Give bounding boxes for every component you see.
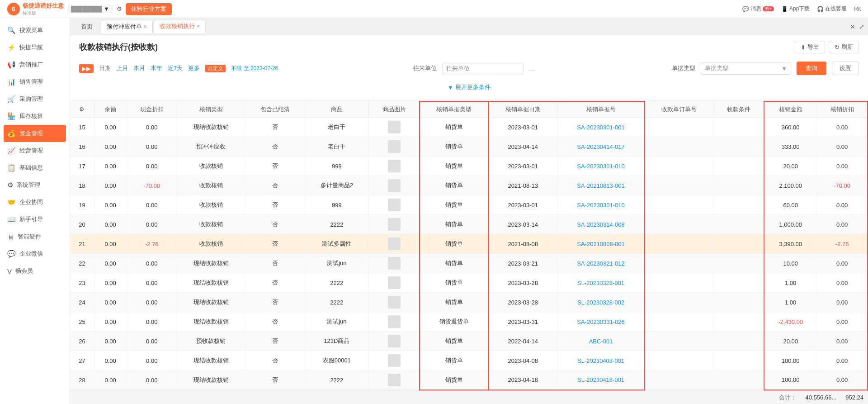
hexiao-no-link[interactable]: SA-20230414-017 — [577, 143, 625, 150]
cell-shoukuan-tiaojian — [713, 371, 764, 390]
company-selector[interactable]: ████████ ▼ — [67, 5, 113, 13]
cell-baohanjiejie: 否 — [245, 176, 304, 195]
total-discount-value: 952.24 — [845, 394, 863, 401]
this-month-link[interactable]: 本月 — [133, 64, 145, 72]
hexiao-no-link[interactable]: SA-20230301-010 — [577, 202, 625, 209]
sidebar-item-label: 企业协同 — [19, 198, 43, 206]
hexiao-no-link[interactable]: SA-20210808-001 — [577, 241, 625, 247]
query-btn[interactable]: 查询 — [797, 62, 826, 75]
last-month-link[interactable]: 上月 — [116, 64, 128, 72]
tab-home[interactable]: 首页 — [74, 19, 100, 34]
cell-hexiao-discount: 0.00 — [817, 195, 868, 215]
cell-baohanjiejie: 否 — [245, 137, 304, 157]
hexiao-no-link[interactable]: SL-20230328-002 — [577, 299, 624, 306]
cell-hexiao-type: 现结收款核销 — [177, 118, 245, 137]
hexiao-no-link[interactable]: SA-20230321-012 — [577, 260, 625, 267]
sidebar-item-guide[interactable]: 📖 新手引导 — [0, 211, 70, 228]
sidebar-item-search[interactable]: 🔍 搜索菜单 — [0, 22, 70, 39]
sidebar-item-sales[interactable]: 📊 销售管理 — [0, 73, 70, 90]
cell-hexiao-date: 2023-03-14 — [489, 215, 557, 234]
cell-hexiao-no[interactable]: SL-20230418-001 — [557, 371, 645, 390]
close-window-icon[interactable]: ✕ — [850, 23, 855, 30]
cell-hexiao-no[interactable]: SL-20230408-001 — [557, 351, 645, 371]
tab-hexiao-close[interactable]: × — [197, 23, 200, 29]
sidebar-item-operation[interactable]: 📈 经营管理 — [0, 142, 70, 159]
cell-yue: 0.00 — [94, 234, 127, 254]
bill-type-select[interactable]: 单据类型 ▼ — [701, 62, 791, 75]
tab-hexiao[interactable]: 收款核销执行 × — [154, 20, 206, 33]
cell-hexiao-no[interactable]: SA-20230301-010 — [557, 195, 645, 215]
cell-shangpin-img — [369, 312, 420, 332]
hexiao-no-link[interactable]: SL-20230418-001 — [577, 376, 624, 383]
expand-btn[interactable]: ▼ 展开更多条件 — [448, 83, 491, 91]
sidebar-item-nav[interactable]: ⚡ 快捷导航 — [0, 39, 70, 56]
cell-hexiao-no[interactable]: SA-20210813-001 — [557, 176, 645, 195]
sidebar-item-basic-info[interactable]: 📋 基础信息 — [0, 159, 70, 176]
hexiao-no-link[interactable]: SL-20230408-001 — [577, 357, 624, 364]
hexiao-no-link[interactable]: SA-20230301-001 — [577, 124, 625, 131]
cell-hexiao-no[interactable]: SL-20230328-002 — [557, 293, 645, 312]
cell-shoukuan-order — [645, 371, 713, 390]
sidebar-item-purchase[interactable]: 🛒 采购管理 — [0, 90, 70, 108]
cell-hexiao-no[interactable]: SA-20230301-010 — [557, 157, 645, 176]
message-btn[interactable]: 💬 消息 99+ — [742, 5, 774, 13]
cell-hexiao-no[interactable]: SA-20210808-001 — [557, 234, 645, 254]
col-shangpin-img: 商品图片 — [369, 101, 420, 118]
user-menu[interactable]: Rit — [854, 6, 861, 12]
cell-hexiao-amount: 100.00 — [764, 371, 817, 390]
filter-settings-btn[interactable]: 设置 — [832, 62, 859, 75]
filter-toggle-btn[interactable]: ▶▶ — [79, 64, 94, 73]
sidebar-item-finance[interactable]: 💰 资金管理 — [4, 125, 66, 142]
hexiao-no-link[interactable]: SL-20230328-001 — [577, 280, 624, 286]
tab-prepay[interactable]: 预付冲应付单 × — [101, 20, 153, 33]
from-unit-input[interactable] — [442, 63, 524, 74]
cell-shoukuan-tiaojian — [713, 293, 764, 312]
cell-hexiao-date: 2023-03-01 — [489, 118, 557, 137]
cell-hexiao-no[interactable]: SL-20230328-001 — [557, 273, 645, 293]
sidebar-item-member[interactable]: V 畅会员 — [0, 262, 70, 280]
cell-hexiao-no[interactable]: SA-20230301-001 — [557, 118, 645, 137]
page-actions: ⬆ 导出 ↻ 刷新 — [795, 41, 859, 53]
col-yue: 余额 — [94, 101, 127, 118]
sidebar-item-inventory[interactable]: 🏪 库存核算 — [0, 108, 70, 125]
refresh-btn[interactable]: ↻ 刷新 — [829, 41, 859, 53]
this-year-link[interactable]: 本年 — [151, 64, 162, 72]
cell-hexiao-bill-type: 销货单 — [420, 254, 489, 273]
cell-hexiao-no[interactable]: SA-20230414-017 — [557, 137, 645, 157]
sales-icon: 📊 — [7, 78, 16, 86]
sidebar-item-marketing[interactable]: 📢 营销推广 — [0, 56, 70, 73]
sidebar-item-system[interactable]: ⚙ 系统管理 — [0, 176, 70, 194]
custom-tag[interactable]: 自定义 — [205, 65, 226, 72]
more-link[interactable]: 更多 — [188, 64, 200, 72]
settings-icon[interactable]: ⚙ — [117, 5, 122, 12]
gear-icon[interactable]: ⚙ — [79, 106, 85, 113]
maximize-window-icon[interactable]: ⤢ — [859, 23, 864, 30]
tab-prepay-close[interactable]: × — [144, 24, 147, 30]
sidebar-item-label: 资金管理 — [19, 129, 43, 138]
sidebar-item-collab[interactable]: 🤝 企业协同 — [0, 194, 70, 211]
cell-hexiao-no[interactable]: SA-20230321-012 — [557, 254, 645, 273]
hexiao-no-link[interactable]: SA-20230331-026 — [577, 318, 625, 325]
hexiao-no-link[interactable]: ABC-001 — [589, 338, 613, 345]
hexiao-no-link[interactable]: SA-20230314-008 — [577, 221, 625, 228]
hexiao-no-link[interactable]: SA-20230301-010 — [577, 163, 625, 170]
cell-hexiao-type: 现结收款核销 — [177, 371, 245, 390]
industry-btn[interactable]: 休验行业方案 — [126, 3, 172, 15]
cell-hexiao-type: 收款核销 — [177, 176, 245, 195]
cell-hexiao-discount: -2.76 — [817, 234, 868, 254]
export-btn[interactable]: ⬆ 导出 — [795, 41, 825, 53]
hexiao-no-link[interactable]: SA-20210813-001 — [577, 182, 625, 189]
cell-hexiao-no[interactable]: SA-20230314-008 — [557, 215, 645, 234]
cell-yue: 0.00 — [94, 118, 127, 137]
last7-link[interactable]: 近7天 — [168, 64, 183, 72]
col-hexiao-discount: 核销折扣 — [817, 101, 868, 118]
cell-hexiao-no[interactable]: ABC-001 — [557, 332, 645, 351]
top-bar: 6 畅捷通谱好生意 标准版 ████████ ▼ ⚙ 休验行业方案 💬 消息 9… — [0, 0, 868, 18]
sidebar-item-hardware[interactable]: 🖥 智能硬件 — [0, 228, 70, 245]
cell-hexiao-no[interactable]: SA-20230331-026 — [557, 312, 645, 332]
sidebar-item-wechat[interactable]: 💬 企业微信 — [0, 245, 70, 262]
online-service-btn[interactable]: 🎧 在线客服 — [817, 5, 847, 13]
layout: 🔍 搜索菜单 ⚡ 快捷导航 📢 营销推广 📊 销售管理 🛒 采购管理 🏪 库存核… — [0, 18, 868, 404]
app-download-btn[interactable]: 📱 App下载 — [781, 5, 810, 13]
nav-icon: ⚡ — [7, 43, 16, 52]
